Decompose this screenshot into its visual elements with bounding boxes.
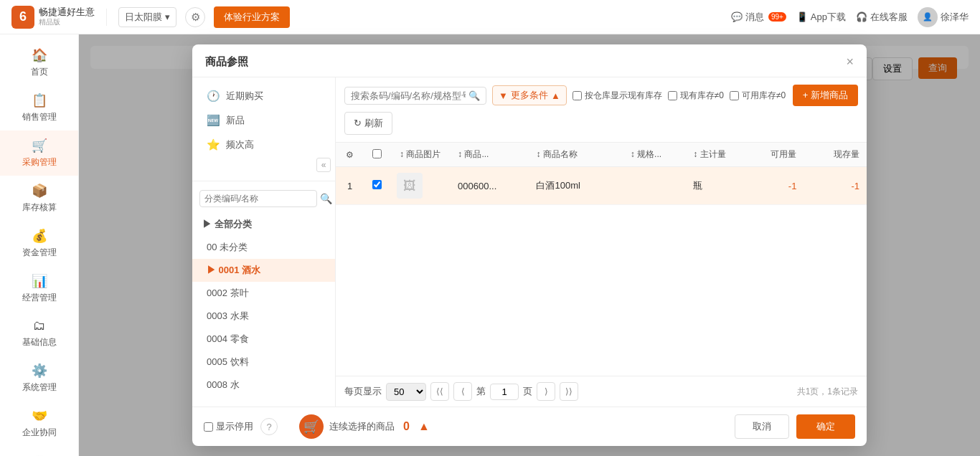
page-total: 共1页，1条记录 [797,386,858,398]
last-page-button[interactable]: ⟩⟩ [560,382,578,401]
show-disabled-label[interactable]: 显示停用 [204,420,253,433]
category-search-button[interactable]: 🔍 [320,193,332,204]
frequent-item[interactable]: ⭐ 频次高 [197,133,331,156]
sidebar-item-guide[interactable]: 📖 新手引导 [0,446,78,456]
sidebar-item-inventory[interactable]: 📦 库存核算 [0,176,78,221]
category-list: ▶ 全部分类 00 未分类 ▶ 0001 酒水 0002 茶叶 0003 水果 … [192,210,335,399]
row-checkbox[interactable] [372,180,382,189]
category-item-00[interactable]: 00 未分类 [192,236,335,259]
logo-line1: 畅捷通好生意 [39,6,95,18]
category-item-0008[interactable]: 0008 水 [192,374,335,396]
recent-label: 近期购买 [226,90,263,103]
category-item-0001[interactable]: ▶ 0001 酒水 [192,259,335,282]
col-header-name[interactable]: ↕ 商品名称 [529,143,623,167]
nonzero-checkbox-label[interactable]: 现有库存≠0 [668,90,724,102]
sidebar-item-finance[interactable]: 💰 资金管理 [0,221,78,266]
filter-button[interactable]: ▼ 更多条件 ▲ [492,85,567,105]
quick-access-section: 🕐 近期购买 🆕 新品 ⭐ 频次高 [192,85,335,181]
filter-icon: ▼ [499,90,508,101]
nav-divider [106,9,107,26]
sidebar-item-purchase[interactable]: 🛒 采购管理 [0,130,78,176]
dialog-header: 商品参照 × [192,44,867,77]
refresh-button[interactable]: ↻ 刷新 [344,112,392,135]
cart-count: 0 [403,420,410,433]
col-header-img[interactable]: ↕ 商品图片 [390,143,451,167]
show-disabled-checkbox[interactable] [204,422,213,432]
new-product-item[interactable]: 🆕 新品 [197,109,331,132]
col-header-settings[interactable]: ⚙ [336,143,364,167]
category-item-0005[interactable]: 0005 饮料 [192,351,335,374]
warehouse-label: 按仓库显示现有库存 [585,90,662,102]
available-checkbox[interactable] [730,91,739,100]
per-page-label: 每页显示 [344,385,382,398]
new-label: 新品 [226,114,245,127]
warehouse-checkbox[interactable] [573,91,582,100]
col-header-avail[interactable]: 可用量 [741,143,804,167]
store-selector[interactable]: 日太阳膜 ▾ [118,7,176,27]
prev-page-button[interactable]: ⟨ [453,382,472,401]
product-search-input[interactable] [351,90,466,101]
purchase-icon: 🛒 [32,138,47,153]
collapse-button[interactable]: « [316,158,331,172]
cancel-button[interactable]: 取消 [735,414,789,439]
logo-icon: 6 [11,6,34,29]
page-input[interactable] [490,384,519,400]
cart-toggle-icon[interactable]: ▲ [418,420,430,433]
category-item-0010[interactable]: 0010 家电 [192,396,335,399]
product-image: 🖼 [397,173,423,199]
table-row[interactable]: 1 🖼 000600... 白酒100ml 瓶 [336,167,867,205]
sidebar-item-coop[interactable]: 🤝 企业协同 [0,401,78,446]
store-name: 日太阳膜 [125,11,162,24]
sidebar-item-system[interactable]: ⚙️ 系统管理 [0,356,78,401]
chevron-down-icon: ▾ [165,11,170,22]
col-header-spec[interactable]: ↕ 规格... [623,143,687,167]
warehouse-checkbox-label[interactable]: 按仓库显示现有库存 [573,90,662,102]
category-item-0004[interactable]: 0004 零食 [192,328,335,351]
app-download-item[interactable]: 📱 App下载 [796,11,846,24]
category-search-input[interactable] [199,190,317,207]
sidebar-label-purchase: 采购管理 [22,156,57,168]
nonzero-checkbox[interactable] [668,91,677,100]
close-button[interactable]: × [846,54,854,70]
trial-button[interactable]: 体验行业方案 [214,6,290,28]
service-label: 在线客服 [870,11,908,24]
col-header-unit[interactable]: ↕ 主计量 [686,143,741,167]
col-header-stock[interactable]: 现存量 [804,143,867,167]
category-item-all[interactable]: ▶ 全部分类 [192,213,335,236]
logo-line2: 精品版 [39,17,95,27]
row-check[interactable] [364,167,390,205]
product-search-box[interactable]: 🔍 [344,87,486,105]
sidebar-label-management: 经营管理 [22,292,57,304]
row-num: 1 [336,167,364,205]
available-checkbox-label[interactable]: 可用库存≠0 [730,90,786,102]
finance-icon: 💰 [32,228,47,244]
sidebar-label-inventory: 库存核算 [22,201,57,214]
right-panel: 🔍 ▼ 更多条件 ▲ 按仓库显示现有库存 [336,77,867,407]
select-all-checkbox[interactable] [372,149,382,158]
recent-purchase-item[interactable]: 🕐 近期购买 [197,85,331,108]
first-page-button[interactable]: ⟨⟨ [430,382,449,401]
sidebar-item-home[interactable]: 🏠 首页 [0,40,78,85]
dialog-body: 🕐 近期购买 🆕 新品 ⭐ 频次高 [192,77,867,407]
message-item[interactable]: 💬 消息 99+ [731,11,786,24]
col-header-check[interactable] [364,143,390,167]
confirm-button[interactable]: 确定 [796,414,855,439]
category-item-0003[interactable]: 0003 水果 [192,305,335,328]
dialog-footer: 显示停用 ? 🛒 连续选择的商品 0 ▲ 取消 确定 [192,407,867,446]
product-table-area: ⚙ ↕ 商品图片 ↕ 商品... [336,143,867,376]
toolbar: 🔍 ▼ 更多条件 ▲ 按仓库显示现有库存 [336,77,867,143]
gear-icon[interactable]: ⚙ [185,7,205,27]
category-item-0002[interactable]: 0002 茶叶 [192,282,335,305]
sidebar-item-sales[interactable]: 📋 销售管理 [0,85,78,130]
user-item[interactable]: 👤 徐泽华 [918,7,969,27]
per-page-select[interactable]: 50 10 20 100 [386,383,426,401]
help-icon[interactable]: ? [260,418,278,435]
guide-icon: 📖 [32,453,47,456]
add-product-button[interactable]: + 新增商品 [793,85,858,106]
sidebar-item-basic[interactable]: 🗂 基础信息 [0,311,78,356]
sidebar-item-management[interactable]: 📊 经营管理 [0,266,78,311]
service-item[interactable]: 🎧 在线客服 [856,11,908,24]
home-icon: 🏠 [32,47,47,63]
col-header-code[interactable]: ↕ 商品... [451,143,529,167]
next-page-button[interactable]: ⟩ [537,382,555,401]
